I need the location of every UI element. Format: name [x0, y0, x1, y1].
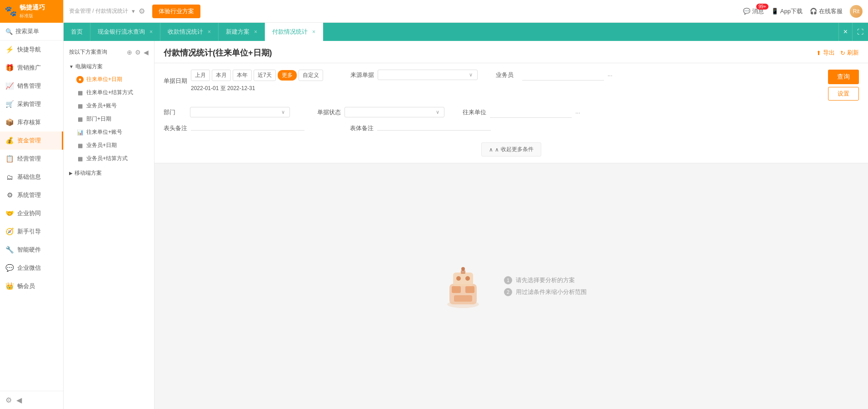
sidebar-item-system[interactable]: ⚙ 系统管理	[0, 186, 63, 204]
message-icon: 💬	[743, 8, 750, 15]
desktop-group-header[interactable]: ▼ 电脑端方案	[64, 61, 154, 73]
dept-select[interactable]: ∨	[190, 107, 290, 117]
scheme-table-icon-1: ▦	[76, 89, 84, 96]
tab-home-label: 首页	[71, 28, 83, 36]
scheme-item-unit-settle[interactable]: ▦ 往来单位+结算方式	[64, 86, 154, 99]
sidebar-item-operation[interactable]: 📋 经营管理	[0, 150, 63, 168]
msg-badge: 99+	[756, 4, 768, 10]
tab-bank-flow-close[interactable]: ×	[150, 29, 153, 35]
sidebar-item-marketing[interactable]: 🎁 营销推广	[0, 59, 63, 77]
date-btn-last-month[interactable]: 上月	[191, 70, 210, 81]
tab-pay-stat[interactable]: 付款情况统计 ×	[265, 23, 323, 41]
doc-status-select-arrow: ∨	[436, 109, 439, 115]
footer-settings-icon[interactable]: ⚙	[5, 396, 12, 404]
tab-new-scheme[interactable]: 新建方案 ×	[219, 23, 265, 41]
salesman-filter: 业务员 ···	[496, 70, 613, 81]
tabbar-expand[interactable]: ⛶	[852, 23, 868, 41]
date-btn-last-7[interactable]: 近7天	[254, 70, 276, 81]
salesman-more-icon[interactable]: ···	[608, 72, 613, 79]
sidebar-item-enterprise[interactable]: 🤝 企业协同	[0, 204, 63, 222]
scheme-table-icon-3: ▦	[76, 116, 84, 123]
sidebar-item-basic[interactable]: 🗂 基础信息	[0, 168, 63, 186]
source-filter: 来源单据 ∨	[350, 70, 478, 80]
app-download-icon: 📱	[771, 8, 778, 15]
salesman-input[interactable]	[522, 70, 604, 81]
partner-filter: 往来单位 ···	[463, 107, 580, 118]
mobile-group-header[interactable]: ▶ 移动端方案	[64, 167, 154, 179]
scheme-label-unit-settle: 往来单位+结算方式	[86, 89, 133, 96]
sidebar-item-member[interactable]: 👑 畅会员	[0, 277, 63, 295]
sidebar-item-guide[interactable]: 🧭 新手引导	[0, 222, 63, 241]
collapse-panel-icon[interactable]: ◀	[144, 49, 149, 56]
scheme-item-dept-date[interactable]: ▦ 部门+日期	[64, 112, 154, 126]
trial-btn[interactable]: 体验行业方案	[152, 5, 200, 18]
table-body-remark-label: 表体备注	[350, 124, 374, 132]
sidebar-label-operation: 经营管理	[17, 155, 41, 163]
topbar-gear-icon[interactable]: ⚙	[139, 7, 145, 15]
service-icon: 🎧	[810, 8, 817, 15]
sidebar-item-wechat[interactable]: 💬 企业微信	[0, 259, 63, 277]
partner-input[interactable]	[490, 107, 572, 118]
sidebar-search[interactable]: 🔍 搜索菜单	[0, 23, 63, 40]
date-btn-more[interactable]: 更多	[278, 70, 297, 81]
empty-tips: 1 请先选择要分析的方案 2 用过滤条件来缩小分析范围	[504, 276, 587, 296]
sidebar-label-purchase: 采购管理	[17, 100, 41, 108]
scheme-item-unit-account[interactable]: 📊 往来单位+账号	[64, 126, 154, 139]
scheme-label-unit-date: 往来单位+日期	[86, 76, 122, 83]
sidebar-label-basic: 基础信息	[17, 173, 41, 181]
basic-icon: 🗂	[5, 173, 14, 181]
svg-rect-4	[465, 286, 474, 293]
topbar-service[interactable]: 🎧 在线客服	[810, 7, 843, 15]
filter-actions: 查询 设置	[828, 70, 859, 101]
sidebar-item-purchase[interactable]: 🛒 采购管理	[0, 95, 63, 113]
enterprise-icon: 🤝	[5, 209, 14, 217]
tab-pay-stat-close[interactable]: ×	[312, 29, 315, 35]
scheme-item-unit-date[interactable]: 往来单位+日期	[64, 73, 154, 86]
tab-bank-flow[interactable]: 现金银行流水查询 ×	[90, 23, 160, 41]
date-btn-this-year[interactable]: 本年	[233, 70, 252, 81]
doc-status-select[interactable]: ∨	[344, 107, 444, 117]
sidebar-item-quick-nav[interactable]: ⚡ 快捷导航	[0, 40, 63, 59]
tab-new-scheme-close[interactable]: ×	[254, 29, 257, 35]
svg-point-0	[79, 78, 81, 81]
export-btn[interactable]: ⬆ 导出	[816, 49, 835, 57]
footer-collapse-icon[interactable]: ◀	[16, 396, 22, 404]
empty-tip-2: 2 用过滤条件来缩小分析范围	[504, 288, 587, 296]
tab-payment-stat-close[interactable]: ×	[208, 29, 211, 35]
source-select[interactable]: ∨	[378, 70, 478, 80]
collapse-more-btn[interactable]: ∧ ∧ 收起更多条件	[481, 142, 541, 157]
tabbar-close-all[interactable]: ×	[838, 23, 852, 41]
add-scheme-icon[interactable]: ⊕	[127, 49, 132, 56]
tab-payment-stat[interactable]: 收款情况统计 ×	[160, 23, 219, 41]
scheme-item-staff-account[interactable]: ▦ 业务员+账号	[64, 99, 154, 112]
date-label: 单据日期	[164, 77, 187, 85]
scheme-settings-icon[interactable]: ⚙	[135, 49, 141, 56]
user-profile[interactable]: Rit	[850, 5, 863, 18]
svg-point-7	[456, 276, 461, 281]
scheme-item-staff-date[interactable]: ▦ 业务员+日期	[64, 139, 154, 152]
source-select-arrow: ∨	[469, 72, 473, 78]
topbar-dropdown-icon[interactable]: ▾	[132, 8, 135, 15]
sidebar-item-sales[interactable]: 📈 销售管理	[0, 77, 63, 95]
sidebar-item-inventory[interactable]: 📦 库存核算	[0, 113, 63, 131]
chevron-up-icon: ∧ ∧	[489, 146, 499, 153]
sidebar-item-funds[interactable]: 💰 资金管理	[0, 131, 63, 150]
topbar-app-download[interactable]: 📱 App下载	[771, 7, 803, 15]
svg-rect-6	[453, 273, 473, 286]
settings-btn[interactable]: 设置	[828, 87, 859, 101]
date-btn-this-month[interactable]: 本月	[212, 70, 231, 81]
partner-more-icon[interactable]: ···	[575, 109, 580, 116]
refresh-btn[interactable]: ↻ 刷新	[840, 49, 859, 57]
dept-filter: 部门 ∨	[164, 107, 290, 117]
query-btn[interactable]: 查询	[828, 70, 859, 84]
sales-icon: 📈	[5, 82, 14, 90]
date-btn-custom[interactable]: 自定义	[299, 70, 323, 81]
topbar-msg[interactable]: 💬 消息 99+	[743, 7, 764, 15]
date-range-text: 2022-01-01 至 2022-12-31	[191, 85, 323, 92]
sidebar-item-hardware[interactable]: 🔧 智能硬件	[0, 241, 63, 259]
scheme-label-dept-date: 部门+日期	[86, 115, 111, 123]
empty-tip-1: 1 请先选择要分析的方案	[504, 276, 587, 284]
scheme-item-staff-settle[interactable]: ▦ 业务员+结算方式	[64, 152, 154, 165]
left-panel: 按以下方案查询 ⊕ ⚙ ◀ ▼ 电脑端方案	[64, 41, 155, 409]
tab-home[interactable]: 首页	[64, 23, 90, 41]
